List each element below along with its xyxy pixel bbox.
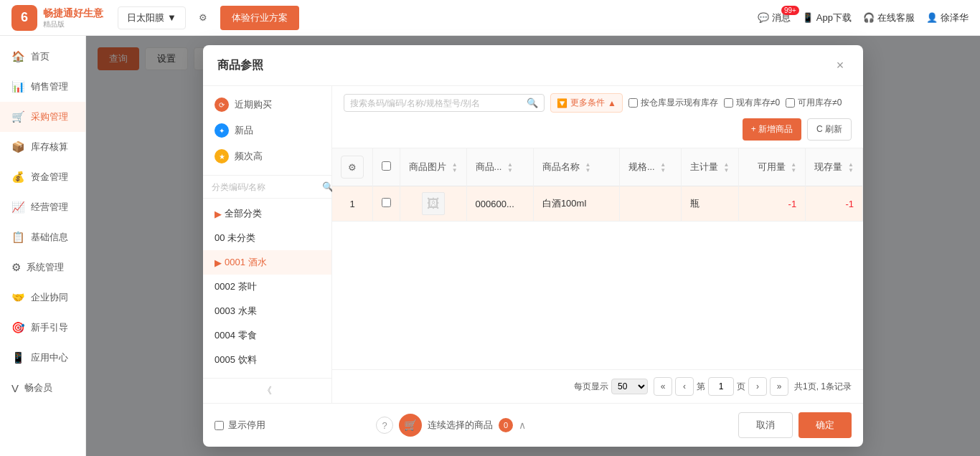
th-img-label: 商品图片 bbox=[409, 161, 446, 172]
sidebar-label-home: 首页 bbox=[31, 50, 50, 63]
page-size-label: 每页显示 bbox=[574, 381, 608, 393]
th-avail-label: 可用量 bbox=[758, 161, 786, 172]
filter-arrow: ▲ bbox=[608, 98, 616, 108]
experience-btn[interactable]: 体验行业方案 bbox=[220, 6, 299, 30]
quick-label-new: 新品 bbox=[235, 124, 253, 137]
checkbox-nonzero[interactable]: 现有库存≠0 bbox=[724, 97, 780, 109]
show-disabled-label[interactable]: 显示停用 bbox=[215, 419, 265, 432]
online-service-label: 在线客服 bbox=[877, 11, 915, 24]
nav-dropdown[interactable]: 日太阳膜 ▼ bbox=[118, 6, 186, 29]
category-label-3: 0003 水果 bbox=[215, 305, 257, 318]
filter-btn[interactable]: 🔽 更多条件 ▲ bbox=[550, 93, 623, 113]
quick-item-frequent[interactable]: ★ 频次高 bbox=[203, 143, 331, 169]
cart-btn[interactable]: 🛒 bbox=[399, 414, 422, 437]
last-page-btn[interactable]: » bbox=[770, 377, 788, 396]
sidebar-item-finance[interactable]: 💰 资金管理 bbox=[0, 162, 85, 192]
quick-item-recent[interactable]: ⟳ 近期购买 bbox=[203, 92, 331, 118]
modal-left-panel: ⟳ 近期购买 ✦ 新品 ★ 频次高 bbox=[203, 86, 332, 403]
modal-left-collapse-btn[interactable]: 《 bbox=[203, 378, 331, 403]
quick-item-new[interactable]: ✦ 新品 bbox=[203, 118, 331, 143]
modal-close-btn[interactable]: × bbox=[831, 57, 849, 74]
avail-sort-icon: ▲▼ bbox=[791, 162, 796, 174]
help-icon[interactable]: ? bbox=[376, 417, 393, 434]
app-download-item[interactable]: 📱 App下载 bbox=[802, 11, 852, 24]
sidebar-item-apps[interactable]: 📱 应用中心 bbox=[0, 343, 85, 373]
category-item-4[interactable]: 0004 零食 bbox=[203, 323, 331, 348]
category-item-5[interactable]: 0005 饮料 bbox=[203, 348, 331, 372]
confirm-btn[interactable]: 确定 bbox=[798, 412, 852, 438]
sidebar-item-inventory[interactable]: 📦 库存核算 bbox=[0, 132, 85, 162]
th-avail[interactable]: 可用量 ▲▼ bbox=[738, 148, 805, 186]
home-icon: 🏠 bbox=[11, 50, 25, 63]
checkbox-available-input[interactable] bbox=[786, 98, 795, 108]
sidebar-item-collaboration[interactable]: 🤝 企业协同 bbox=[0, 282, 85, 313]
page-size-dropdown[interactable]: 10 20 50 100 bbox=[611, 379, 648, 394]
settings-icon[interactable]: ⚙ bbox=[192, 6, 215, 29]
category-item-2[interactable]: 0002 茶叶 bbox=[203, 275, 331, 299]
checkbox-available[interactable]: 可用库存≠0 bbox=[786, 97, 842, 109]
category-search-input[interactable] bbox=[212, 182, 319, 192]
total-info: 共1页, 1条记录 bbox=[794, 381, 852, 393]
page-number-input[interactable] bbox=[708, 377, 734, 396]
search-icon[interactable]: 🔍 bbox=[527, 98, 538, 108]
th-check[interactable] bbox=[373, 148, 400, 186]
next-page-btn[interactable]: › bbox=[748, 377, 767, 396]
row-checkbox[interactable] bbox=[382, 198, 391, 207]
checkbox-nonzero-input[interactable] bbox=[724, 98, 733, 108]
sidebar-item-home[interactable]: 🏠 首页 bbox=[0, 42, 85, 72]
th-gear[interactable]: ⚙ bbox=[332, 148, 373, 186]
dropdown-label: 日太阳膜 bbox=[127, 11, 164, 24]
modal-overlay: 商品参照 × ⟳ 近期购买 ✦ 新品 bbox=[86, 36, 980, 456]
category-item-6[interactable]: 0008 水 bbox=[203, 372, 331, 378]
sidebar-item-guide[interactable]: 🎯 新手引导 bbox=[0, 313, 85, 343]
show-disabled-checkbox[interactable] bbox=[215, 421, 224, 430]
th-unit[interactable]: 主计量 ▲▼ bbox=[681, 148, 738, 186]
th-spec[interactable]: 规格... ▲▼ bbox=[619, 148, 681, 186]
finance-icon: 💰 bbox=[11, 171, 25, 184]
cart-icon: 🛒 bbox=[404, 419, 418, 432]
add-product-btn[interactable]: + 新增商品 bbox=[743, 118, 801, 141]
toolbar-right: + 新增商品 C 刷新 bbox=[743, 118, 852, 141]
edition-label: 精品版 bbox=[43, 19, 103, 29]
frequent-icon: ★ bbox=[215, 149, 229, 163]
collab-icon: 🤝 bbox=[11, 291, 25, 304]
user-item[interactable]: 👤 徐泽华 bbox=[926, 11, 969, 24]
th-name[interactable]: 商品名称 ▲▼ bbox=[533, 148, 619, 186]
th-code[interactable]: 商品... ▲▼ bbox=[466, 148, 533, 186]
nav-right: 💬 消息 99+ 📱 App下载 🎧 在线客服 👤 徐泽华 bbox=[758, 11, 969, 24]
sidebar-item-purchase[interactable]: 🛒 采购管理 bbox=[0, 102, 85, 132]
sidebar-item-vip[interactable]: V 畅会员 bbox=[0, 373, 85, 403]
cancel-btn[interactable]: 取消 bbox=[738, 412, 793, 438]
category-item-1[interactable]: ▶ 0001 酒水 bbox=[203, 250, 331, 275]
modal-body: ⟳ 近期购买 ✦ 新品 ★ 频次高 bbox=[203, 86, 863, 403]
select-all-checkbox[interactable] bbox=[382, 161, 391, 171]
th-stock[interactable]: 现存量 ▲▼ bbox=[806, 148, 863, 186]
active-arrow-icon: ▶ bbox=[215, 257, 222, 268]
online-service-item[interactable]: 🎧 在线客服 bbox=[863, 11, 915, 24]
th-img[interactable]: 商品图片 ▲▼ bbox=[400, 148, 467, 186]
th-spec-label: 规格... bbox=[628, 161, 655, 172]
cell-code: 000600... bbox=[466, 186, 533, 222]
th-unit-label: 主计量 bbox=[690, 161, 718, 172]
th-stock-label: 现存量 bbox=[814, 161, 842, 172]
table-row[interactable]: 1 🖼 000600... 白酒100ml bbox=[332, 186, 863, 222]
modal-footer: 显示停用 ? 🛒 连续选择的商品 0 ∧ 取消 bbox=[203, 403, 863, 447]
sidebar-item-system[interactable]: ⚙ 系统管理 bbox=[0, 252, 85, 282]
help-symbol: ? bbox=[382, 420, 387, 431]
category-item-all[interactable]: ▶ 全部分类 bbox=[203, 201, 331, 226]
cell-check[interactable] bbox=[373, 186, 400, 222]
checkbox-warehouse-input[interactable] bbox=[628, 98, 638, 108]
prev-page-btn[interactable]: ‹ bbox=[675, 377, 694, 396]
message-item[interactable]: 💬 消息 99+ bbox=[758, 11, 791, 24]
category-item-0[interactable]: 00 未分类 bbox=[203, 226, 331, 250]
sidebar-item-basics[interactable]: 📋 基础信息 bbox=[0, 222, 85, 252]
checkbox-warehouse[interactable]: 按仓库显示现有库存 bbox=[628, 97, 718, 109]
th-code-label: 商品... bbox=[476, 161, 502, 172]
category-item-3[interactable]: 0003 水果 bbox=[203, 299, 331, 323]
footer-collapse-icon[interactable]: ∧ bbox=[519, 419, 526, 431]
sidebar-item-operations[interactable]: 📈 经营管理 bbox=[0, 192, 85, 222]
refresh-btn[interactable]: C 刷新 bbox=[807, 118, 852, 141]
sidebar-item-sales[interactable]: 📊 销售管理 bbox=[0, 72, 85, 102]
product-search-input[interactable] bbox=[350, 98, 524, 108]
first-page-btn[interactable]: « bbox=[654, 377, 672, 396]
